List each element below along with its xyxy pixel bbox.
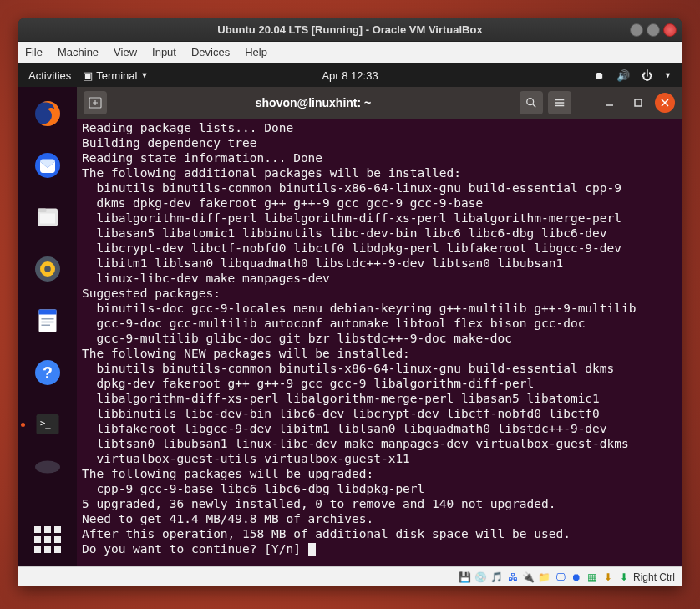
terminal-window: shovon@linuxhint: ~ Reading packa [77,87,682,566]
svg-rect-4 [40,214,55,224]
svg-rect-9 [39,310,57,315]
dock-terminal[interactable]: >_ [29,406,66,443]
svg-rect-3 [38,209,47,213]
svg-rect-11 [42,322,54,323]
chevron-down-icon: ▼ [664,71,672,79]
terminal-line: libbinutils libc-dev-bin libc6-dev libcr… [82,406,677,421]
power-icon: ⏻ [642,69,652,82]
dock-thunderbird[interactable] [29,147,66,184]
dock-rhythmbox[interactable] [29,251,66,287]
app-menu[interactable]: ▣ Terminal ▼ [83,69,148,82]
terminal-line: 5 upgraded, 36 newly installed, 0 to rem… [82,496,677,511]
dock-disk[interactable] [29,458,66,476]
desktop-area: ? >_ shovon@linuxhint: ~ [18,87,682,566]
datetime-label: Apr 8 12:33 [322,69,378,82]
terminal-line: The following NEW packages will be insta… [82,346,677,361]
clock[interactable]: Apr 8 12:33 [322,69,378,82]
recording-icon[interactable]: ⏺ [570,571,583,584]
terminal-line: libitm1 liblsan0 libquadmath0 libstdc++-… [82,256,677,271]
terminal-line: Reading package lists... Done [82,120,677,135]
terminal-line: binutils binutils-common binutils-x86-64… [82,180,677,195]
display-icon[interactable]: 🖵 [554,571,567,584]
cpu-icon[interactable]: ▦ [586,571,599,584]
terminal-menu-icon: ▣ [83,69,93,82]
search-button[interactable] [520,91,543,114]
terminal-line: libalgorithm-diff-perl libalgorithm-diff… [82,211,677,226]
close-button[interactable] [663,23,677,37]
terminal-line: dpkg-dev fakeroot g++ g++-9 gcc gcc-9 li… [82,376,677,391]
hamburger-menu-button[interactable] [548,91,571,114]
terminal-line: Do you want to continue? [Y/n] [82,541,677,556]
dock-files[interactable] [29,199,66,236]
svg-point-17 [35,461,60,474]
vbox-titlebar[interactable]: Ubuntu 20.04 LTS [Running] - Oracle VM V… [18,18,682,42]
svg-rect-12 [42,325,51,327]
volume-icon: 🔊 [616,69,630,82]
dock-firefox[interactable] [29,95,66,132]
vbox-statusbar: 💾 💿 🎵 🖧 🔌 📁 🖵 ⏺ ▦ ⬇ ⬇ Right Ctrl [18,566,682,586]
terminal-output[interactable]: Reading package lists... DoneBuilding de… [77,119,682,566]
svg-text:?: ? [43,363,53,382]
terminal-line: gcc-9-multilib glibc-doc git bzr libstdc… [82,331,677,346]
app-menu-label: Terminal [96,69,137,82]
menu-machine[interactable]: Machine [58,46,99,58]
menu-input[interactable]: Input [152,46,176,58]
terminal-title: shovon@linuxhint: ~ [112,96,515,109]
gnome-top-bar: Activities ▣ Terminal ▼ Apr 8 12:33 ⏺ 🔊 … [18,63,682,87]
terminal-line: binutils-doc gcc-9-locales menu debian-k… [82,301,677,316]
audio-icon[interactable]: 🎵 [490,571,504,584]
terminal-line: libtsan0 libubsan1 linux-libc-dev make m… [82,436,677,451]
minimize-button[interactable] [630,23,643,37]
svg-point-7 [44,266,51,272]
terminal-line: dkms dpkg-dev fakeroot g++ g++-9 gcc gcc… [82,195,677,211]
svg-point-19 [527,99,534,105]
menu-file[interactable]: File [25,46,43,58]
maximize-button[interactable] [647,23,660,37]
hard-disk-icon[interactable]: 💾 [459,571,472,584]
terminal-line: libcrypt-dev libctf-nobfd0 libctf0 libdp… [82,241,677,256]
chevron-down-icon: ▼ [140,71,148,79]
vbox-window: Ubuntu 20.04 LTS [Running] - Oracle VM V… [18,18,682,586]
vbox-menubar: File Machine View Input Devices Help [18,42,682,63]
terminal-line: linux-libc-dev make manpages-dev [82,271,677,286]
vbox-title: Ubuntu 20.04 LTS [Running] - Oracle VM V… [18,23,682,36]
vbox-window-controls [630,23,677,37]
terminal-line: Need to get 41.4 MB/49.8 MB of archives. [82,511,677,526]
terminal-line: gcc-9-doc gcc-multilib autoconf automake… [82,316,677,331]
network-icon: ⏺ [594,69,605,82]
dock: ? >_ [18,87,77,566]
window-minimize-button[interactable] [598,91,621,114]
system-tray[interactable]: ⏺ 🔊 ⏻ ▼ [594,69,672,82]
menu-help[interactable]: Help [245,46,267,58]
window-maximize-button[interactable] [626,91,650,114]
svg-text:>_: >_ [40,418,51,429]
terminal-line: libfakeroot libgcc-9-dev libitm1 liblsan… [82,421,677,436]
activities-button[interactable]: Activities [28,69,71,82]
new-tab-button[interactable] [84,91,107,114]
svg-rect-10 [42,318,54,320]
shared-folder-icon[interactable]: 📁 [538,571,551,584]
terminal-line: Suggested packages: [82,286,677,301]
network-adapter-icon[interactable]: 🖧 [506,571,520,584]
terminal-line: virtualbox-guest-utils virtualbox-guest-… [82,451,677,466]
dock-help[interactable]: ? [29,354,66,391]
dock-writer[interactable] [29,302,66,339]
terminal-headerbar: shovon@linuxhint: ~ [77,87,682,119]
usb-icon[interactable]: 🔌 [522,571,535,584]
menu-devices[interactable]: Devices [191,46,230,58]
terminal-line: After this operation, 158 MB of addition… [82,526,677,541]
host-key-label[interactable]: Right Ctrl [633,571,675,583]
terminal-line: The following packages will be upgraded: [82,466,677,481]
cursor [308,543,316,556]
optical-disk-icon[interactable]: 💿 [474,571,488,584]
terminal-line: cpp-9 gcc-9-base libc6 libc6-dbg libdpkg… [82,481,677,496]
terminal-line: binutils binutils-common binutils-x86-64… [82,361,677,376]
mouse-integration-icon[interactable]: ⬇ [601,571,615,584]
menu-view[interactable]: View [114,46,137,58]
dock-apps-grid[interactable] [29,521,66,558]
keyboard-icon[interactable]: ⬇ [617,571,631,584]
window-close-button[interactable] [655,93,675,113]
terminal-line: libasan5 libatomic1 libbinutils libc-dev… [82,226,677,241]
terminal-line: Reading state information... Done [82,150,677,165]
svg-rect-20 [635,99,642,106]
